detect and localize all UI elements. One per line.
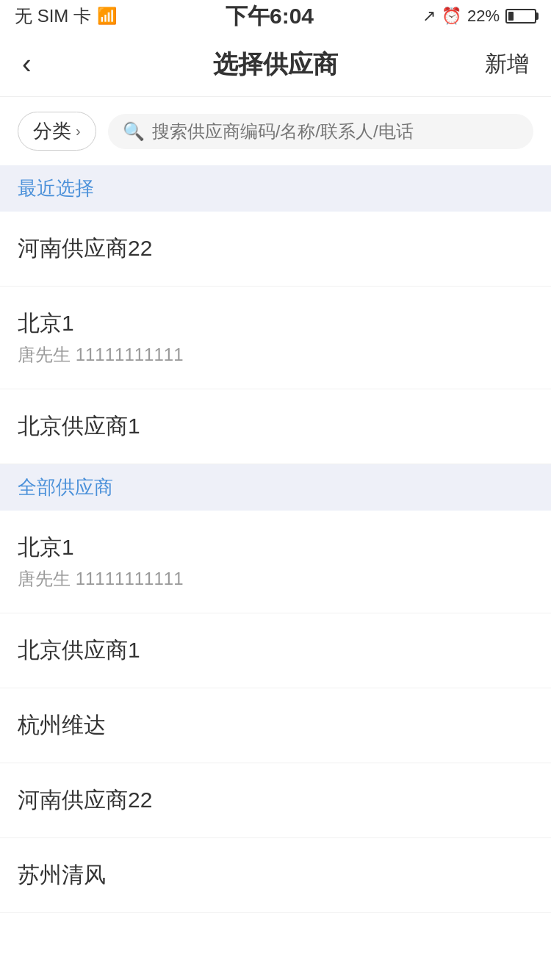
battery-icon <box>505 9 536 24</box>
all-section-header: 全部供应商 <box>0 464 551 511</box>
sim-text: 无 SIM 卡 <box>15 4 91 28</box>
item-name: 苏州清风 <box>18 860 533 890</box>
list-item[interactable]: 北京1 唐先生 11111111111 <box>0 287 551 389</box>
item-sub: 唐先生 11111111111 <box>18 567 533 591</box>
chevron-right-icon: › <box>76 123 81 140</box>
back-button[interactable]: ‹ <box>22 48 66 80</box>
battery-text: 22% <box>467 7 500 26</box>
list-item[interactable]: 苏州清风 <box>0 838 551 913</box>
recent-list: 河南供应商22 北京1 唐先生 11111111111 北京供应商1 <box>0 212 551 464</box>
item-sub: 唐先生 11111111111 <box>18 343 533 367</box>
item-name: 河南供应商22 <box>18 234 533 264</box>
recent-section-header: 最近选择 <box>0 165 551 212</box>
status-time: 下午6:04 <box>226 1 314 32</box>
category-button[interactable]: 分类 › <box>18 112 96 151</box>
filter-bar: 分类 › 🔍 <box>0 97 551 165</box>
category-label: 分类 <box>33 118 71 144</box>
item-name: 河南供应商22 <box>18 785 533 815</box>
search-icon: 🔍 <box>123 121 145 142</box>
status-right: ↗ ⏰ 22% <box>422 7 536 26</box>
nav-bar: ‹ 选择供应商 新增 <box>0 32 551 97</box>
status-bar: 无 SIM 卡 📶 下午6:04 ↗ ⏰ 22% <box>0 0 551 32</box>
all-list: 北京1 唐先生 11111111111 北京供应商1 杭州维达 河南供应商22 … <box>0 511 551 913</box>
alarm-icon: ⏰ <box>442 7 461 26</box>
add-button[interactable]: 新增 <box>485 49 529 79</box>
list-item[interactable]: 河南供应商22 <box>0 763 551 838</box>
search-input[interactable] <box>152 121 519 142</box>
item-name: 北京1 <box>18 309 533 339</box>
list-item[interactable]: 北京供应商1 <box>0 389 551 464</box>
item-name: 北京1 <box>18 533 533 563</box>
search-box: 🔍 <box>108 114 533 149</box>
list-item[interactable]: 北京1 唐先生 11111111111 <box>0 511 551 613</box>
item-name: 北京供应商1 <box>18 411 533 442</box>
list-item[interactable]: 杭州维达 <box>0 688 551 763</box>
wifi-icon: 📶 <box>97 7 117 26</box>
status-left: 无 SIM 卡 📶 <box>15 4 117 28</box>
location-icon: ↗ <box>422 7 436 26</box>
list-item[interactable]: 河南供应商22 <box>0 212 551 287</box>
page-title: 选择供应商 <box>213 48 338 82</box>
item-name: 杭州维达 <box>18 710 533 741</box>
item-name: 北京供应商1 <box>18 635 533 666</box>
list-item[interactable]: 北京供应商1 <box>0 613 551 688</box>
